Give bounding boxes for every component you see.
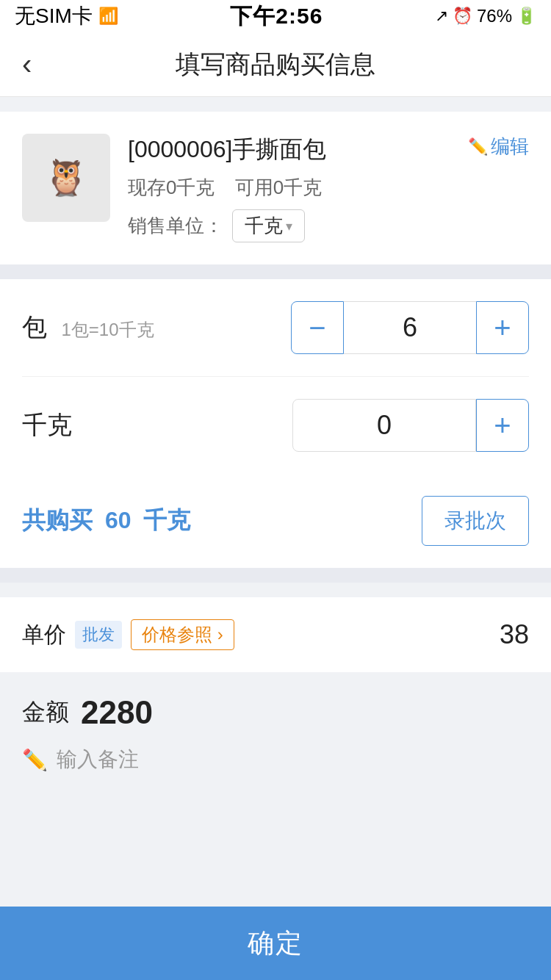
stock-text: 现存0千克 [128, 176, 215, 198]
total-unit: 千克 [143, 507, 190, 533]
confirm-button[interactable]: 确定 [0, 907, 551, 980]
divider-2 [0, 568, 551, 583]
available-text: 可用0千克 [235, 176, 322, 198]
status-indicators: ↗ ⏰ 76% 🔋 [435, 6, 536, 26]
product-card: 🦉 [0000006]手撕面包 现存0千克 可用0千克 销售单位： 千克 ▾ ✏… [0, 112, 551, 264]
unit-label: 销售单位： [128, 213, 223, 239]
dropdown-arrow-icon: ▾ [286, 218, 292, 234]
remark-row[interactable]: ✏️ 输入备注 [22, 746, 529, 774]
kg-plus-button[interactable]: + [476, 399, 529, 452]
page-title: 填写商品购买信息 [176, 48, 375, 82]
pencil-icon: ✏️ [22, 748, 48, 772]
total-text: 共购买 60 千克 [22, 505, 190, 537]
kg-controls: + [292, 399, 529, 452]
status-bar: 无SIM卡 📶 下午2:56 ↗ ⏰ 76% 🔋 [0, 0, 551, 32]
product-logo-icon: 🦉 [44, 157, 88, 198]
package-controls: − + [291, 301, 529, 354]
price-section: 单价 批发 价格参照 › 38 [0, 597, 551, 672]
package-label-text: 包 [22, 313, 47, 341]
edit-button[interactable]: ✏️ 编辑 [468, 134, 529, 159]
amount-value: 2280 [81, 694, 153, 731]
package-plus-button[interactable]: + [476, 301, 529, 354]
amount-section: 金额 2280 ✏️ 输入备注 [0, 672, 551, 907]
alarm-icon: ⏰ [453, 7, 472, 26]
edit-icon: ✏️ [468, 137, 488, 156]
package-input-row: 包 1包=10千克 − + [22, 279, 529, 377]
price-value: 38 [500, 619, 529, 650]
unit-dropdown[interactable]: 千克 ▾ [232, 209, 305, 242]
carrier-text: 无SIM卡 [15, 2, 93, 30]
product-unit-row: 销售单位： 千克 ▾ [128, 209, 529, 242]
package-sub-label: 1包=10千克 [61, 320, 154, 339]
input-section: 包 1包=10千克 − + 千克 + [0, 279, 551, 474]
batch-button[interactable]: 录批次 [422, 496, 529, 546]
wifi-icon: 📶 [98, 7, 118, 26]
total-amount: 60 [105, 507, 132, 533]
nav-bar: ‹ 填写商品购买信息 [0, 32, 551, 97]
kg-input-row: 千克 + [22, 377, 529, 474]
battery-icon: 🔋 [516, 7, 536, 26]
package-label: 包 1包=10千克 [22, 311, 291, 345]
total-row: 共购买 60 千克 录批次 [0, 474, 551, 568]
status-carrier: 无SIM卡 📶 [15, 2, 118, 30]
kg-input[interactable] [292, 399, 476, 452]
total-prefix: 共购买 [22, 507, 93, 533]
remark-placeholder: 输入备注 [57, 746, 139, 774]
price-left: 单价 批发 价格参照 › [22, 619, 234, 650]
product-image: 🦉 [22, 134, 110, 222]
status-time: 下午2:56 [230, 1, 323, 32]
package-minus-button[interactable]: − [291, 301, 344, 354]
product-stock: 现存0千克 可用0千克 [128, 175, 529, 201]
batch-tag: 批发 [75, 621, 122, 649]
package-input[interactable] [344, 301, 476, 354]
location-icon: ↗ [435, 7, 448, 26]
kg-label: 千克 [22, 408, 292, 442]
amount-row: 金额 2280 [22, 694, 529, 731]
edit-label: 编辑 [491, 134, 529, 159]
amount-label: 金额 [22, 696, 69, 729]
back-button[interactable]: ‹ [22, 40, 46, 88]
unit-value: 千克 [245, 213, 283, 239]
price-reference-button[interactable]: 价格参照 › [131, 619, 234, 650]
divider-1 [0, 264, 551, 279]
battery-indicator: 76% [477, 6, 512, 26]
price-label: 单价 [22, 620, 66, 650]
